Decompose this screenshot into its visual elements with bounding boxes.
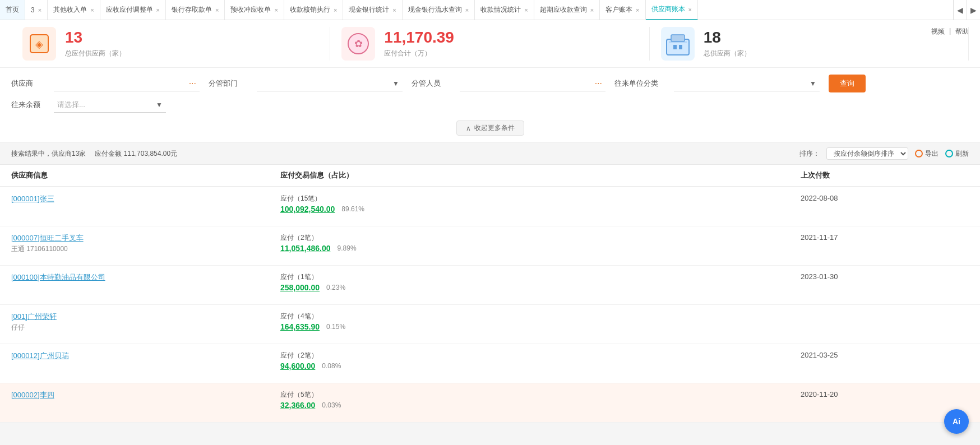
txn-label: 应付（2笔） <box>280 351 801 360</box>
summary-bar: ◈ 13 总应付供应商（家） ✿ 11,170.39 应付合计（万） 18 总供… <box>0 20 980 68</box>
close-icon[interactable]: × <box>590 7 594 13</box>
close-icon[interactable]: × <box>156 7 160 13</box>
refresh-label: 刷新 <box>955 149 969 159</box>
data-table: 供应商信息 应付交易信息（占比） 上次付数 [000001]张三 应付（15笔）… <box>0 165 980 423</box>
supplier-link[interactable]: [000012]广州贝瑞 <box>11 351 69 360</box>
header-last-pay: 上次付数 <box>801 170 969 180</box>
txn-pct: 0.08% <box>322 362 341 370</box>
unit-type-filter-label: 往来单位分类 <box>614 78 665 89</box>
close-icon[interactable]: × <box>274 7 278 13</box>
supplier-link[interactable]: [000001]张三 <box>11 194 54 203</box>
nav-tab-other-income[interactable]: 其他收入单 × <box>48 0 100 20</box>
txn-pct: 0.03% <box>322 401 341 409</box>
txn-amount[interactable]: 258,000.00 <box>280 283 320 292</box>
dept-filter-label: 分管部门 <box>209 78 248 89</box>
nav-tab-overdue-query[interactable]: 超期应收款查询 × <box>534 0 600 20</box>
sort-label: 排序： <box>799 149 820 159</box>
supplier-info-cell: [000002]李四 <box>11 390 280 415</box>
supplier-sub-info: 王通 17106110000 <box>11 244 280 254</box>
supplier-sub-info: 仔仔 <box>11 323 280 332</box>
txn-label: 应付（2笔） <box>280 233 801 243</box>
close-icon[interactable]: × <box>334 7 337 13</box>
close-icon[interactable]: × <box>465 7 469 13</box>
close-icon[interactable]: × <box>215 7 219 13</box>
nav-tab-receipt-stat[interactable]: 收款情况统计 × <box>475 0 534 20</box>
refresh-button[interactable]: 刷新 <box>945 149 969 159</box>
svg-text:◈: ◈ <box>35 39 43 50</box>
video-link[interactable]: 视频 <box>931 27 945 36</box>
close-icon[interactable]: × <box>524 7 528 13</box>
close-icon[interactable]: × <box>636 7 639 13</box>
table-header: 供应商信息 应付交易信息（占比） 上次付数 <box>0 165 980 187</box>
txn-amount[interactable]: 94,600.00 <box>280 361 315 370</box>
nav-tab-bank-deposit[interactable]: 银行存取款单 × <box>166 0 225 20</box>
table-row: [001]广州荣轩 仔仔 应付（4笔） 164,635.90 0.15% <box>0 305 980 344</box>
close-icon[interactable]: × <box>392 7 396 13</box>
close-icon[interactable]: × <box>38 7 41 13</box>
last-pay-cell: 2020-11-20 <box>801 390 969 415</box>
chevron-down-icon: ▼ <box>156 101 163 109</box>
summary-text-total-suppliers: 18 总供应商（家） <box>704 29 751 58</box>
person-filter-input[interactable]: ··· <box>460 76 605 91</box>
nav-tab-receipt-stat-label: 收款情况统计 <box>480 5 521 15</box>
balance-filter-select[interactable]: 请选择... ▼ <box>54 97 166 113</box>
supplier-link[interactable]: [000002]李四 <box>11 391 54 399</box>
export-button[interactable]: 导出 <box>915 149 939 159</box>
nav-tab-overdue-query-label: 超期应收款查询 <box>540 5 587 15</box>
nav-tab-prepay-offset[interactable]: 预收冲应收单 × <box>225 0 284 20</box>
supplier-info-cell: [000100]本特勤油品有限公司 <box>11 272 280 298</box>
collapse-button[interactable]: ∧ 收起更多条件 <box>456 120 524 136</box>
nav-tab-customer-ledger[interactable]: 客户账本 × <box>600 0 645 20</box>
last-pay-cell: 2021-11-17 <box>801 233 969 258</box>
summary-text-payable-total: 11,170.39 应付合计（万） <box>384 29 454 58</box>
refresh-icon <box>945 150 953 157</box>
supplier-link[interactable]: [000100]本特勤油品有限公司 <box>11 273 105 281</box>
nav-tab-cash-bank-stat[interactable]: 现金银行统计 × <box>343 0 402 20</box>
chevron-down-icon: ▼ <box>392 80 399 87</box>
search-button[interactable]: 查询 <box>829 75 866 92</box>
supplier-link[interactable]: [000007]恒旺二手叉车 <box>11 234 84 242</box>
sort-select[interactable]: 按应付余额倒序排序 <box>826 147 908 160</box>
nav-tab-3[interactable]: 3 × <box>25 0 48 20</box>
unit-type-filter-select[interactable]: ▼ <box>674 76 820 91</box>
header-supplier: 供应商信息 <box>11 170 280 180</box>
txn-pct: 0.23% <box>326 284 345 291</box>
collapse-up-icon: ∧ <box>466 124 471 132</box>
nav-tab-cash-flow-query[interactable]: 现金银行流水查询 × <box>403 0 475 20</box>
last-pay-cell: 2021-03-25 <box>801 351 969 376</box>
last-pay-cell <box>801 312 969 337</box>
close-icon[interactable]: × <box>688 6 692 13</box>
txn-amount[interactable]: 32,366.00 <box>280 401 315 410</box>
supplier-filter-input[interactable]: ··· <box>54 76 200 91</box>
nav-prev-button[interactable]: ◀ <box>953 0 967 20</box>
close-icon[interactable]: × <box>90 7 94 13</box>
ai-badge[interactable]: Ai <box>944 409 969 434</box>
filter-area: 供应商 ··· 分管部门 ▼ 分管人员 ··· 往来单位分类 ▼ 查询 往来余额… <box>0 68 980 143</box>
svg-rect-7 <box>679 45 682 49</box>
nav-tab-receipt-verify[interactable]: 收款核销执行 × <box>284 0 343 20</box>
txn-amount[interactable]: 11,051,486.00 <box>280 244 331 253</box>
txn-row: 94,600.00 0.08% <box>280 361 801 370</box>
nav-tab-customer-ledger-label: 客户账本 <box>605 5 632 15</box>
top-right-links: 视频 | 帮助 <box>931 27 969 36</box>
txn-info-cell: 应付（2笔） 94,600.00 0.08% <box>280 351 801 376</box>
txn-label: 应付（15笔） <box>280 194 801 203</box>
table-row: [000007]恒旺二手叉车 王通 17106110000 应付（2笔） 11,… <box>0 226 980 266</box>
ai-badge-label: Ai <box>953 417 960 426</box>
dept-filter-select[interactable]: ▼ <box>257 76 403 91</box>
nav-tab-home[interactable]: 首页 <box>0 0 25 20</box>
table-row: [000001]张三 应付（15笔） 100,092,540.00 89.61%… <box>0 187 980 226</box>
supplier-filter-dots: ··· <box>189 78 196 89</box>
result-info: 搜索结果中，供应商13家 应付金额 111,703,854.00元 <box>11 149 177 159</box>
nav-tab-ar-ap-adjust[interactable]: 应收应付调整单 × <box>100 0 166 20</box>
txn-amount[interactable]: 164,635.90 <box>280 322 320 331</box>
supplier-link[interactable]: [001]广州荣轩 <box>11 312 57 321</box>
help-link[interactable]: 帮助 <box>955 27 969 36</box>
right-actions: 排序： 按应付余额倒序排序 导出 刷新 <box>799 147 969 160</box>
nav-tab-cash-flow-query-label: 现金银行流水查询 <box>408 5 462 15</box>
suppliers-payable-icon: ◈ <box>22 27 56 61</box>
nav-next-button[interactable]: ▶ <box>967 0 980 20</box>
nav-tab-supplier-ledger[interactable]: 供应商账本 × <box>646 0 698 20</box>
txn-amount[interactable]: 100,092,540.00 <box>280 205 335 214</box>
txn-row: 164,635.90 0.15% <box>280 322 801 331</box>
